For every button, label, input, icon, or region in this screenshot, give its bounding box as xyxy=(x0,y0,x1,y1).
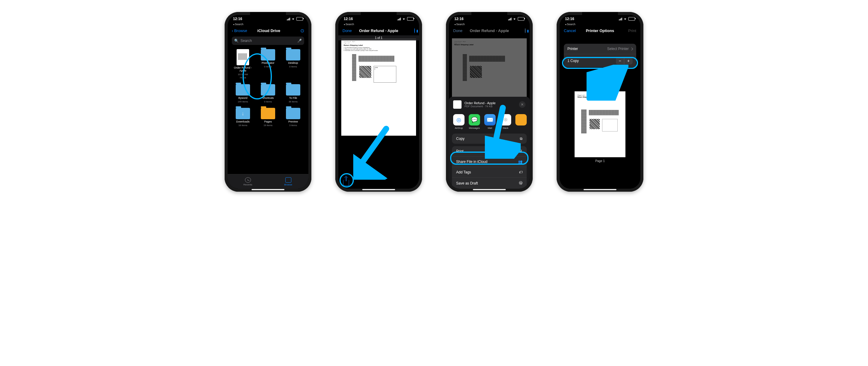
cell-signal-icon xyxy=(619,17,623,20)
printer-label: Printer xyxy=(567,47,578,51)
breadcrumb-back-to-search[interactable]: Search xyxy=(449,23,530,26)
file-grid: Order Refund - Apple 10:33 AM 74 KB Pixe… xyxy=(228,46,308,174)
sheet-title: Order Refund - Apple xyxy=(465,101,516,105)
notch xyxy=(250,12,286,19)
folder-pixelmator[interactable]: Pixelmator0 items xyxy=(257,49,279,79)
file-order-refund[interactable]: Order Refund - Apple 10:33 AM 74 KB xyxy=(232,49,254,79)
phone-1-files: 12:16 ᯤ Search ‹ Browse iCloud Drive ⊙ 🔍… xyxy=(225,12,311,192)
home-indicator[interactable] xyxy=(362,189,395,190)
folder-icon xyxy=(285,177,291,183)
document-thumbnail xyxy=(237,49,249,65)
tab-bar: Recents Browse xyxy=(228,174,308,189)
page-title: Printer Options xyxy=(586,28,614,33)
breadcrumb-back-to-search[interactable]: Search xyxy=(228,23,308,26)
page-title: iCloud Drive xyxy=(257,28,280,33)
clock: 12:16 xyxy=(344,17,353,21)
clock: 12:16 xyxy=(565,17,574,21)
folder-byword[interactable]: Byword145 items xyxy=(232,84,254,103)
cancel-button[interactable]: Cancel xyxy=(564,28,578,33)
battery-icon xyxy=(628,17,635,21)
nav-bar: ‹ Browse iCloud Drive ⊙ xyxy=(228,26,308,35)
folder-preview[interactable]: Preview3 items xyxy=(282,108,304,127)
airdrop-icon: ◎ xyxy=(453,114,465,125)
wifi-icon: ᯤ xyxy=(624,17,627,21)
print-button[interactable]: Print xyxy=(622,28,636,33)
action-add-tags[interactable]: Add Tags🏷 xyxy=(452,167,527,177)
breadcrumb-back-to-search[interactable]: Search xyxy=(560,23,640,26)
nav-bar: Cancel Printer Options Print xyxy=(560,26,640,35)
notch xyxy=(471,12,507,19)
share-airdrop[interactable]: ◎AirDrop xyxy=(453,114,465,130)
notch xyxy=(361,12,397,19)
annotation-arrow xyxy=(587,65,628,101)
battery-icon xyxy=(297,17,303,21)
page-number: Page 1 xyxy=(575,159,625,163)
folder-downloads[interactable]: Downloads18 items xyxy=(232,108,254,127)
annotation-arrow xyxy=(485,105,521,159)
breadcrumb-back-to-search[interactable]: Search xyxy=(338,23,419,26)
home-indicator[interactable] xyxy=(584,189,616,190)
phone-3-share-sheet: 12:16 ᯤ Search Done Order Refund - Apple… xyxy=(446,12,533,192)
printer-value: Select Printer xyxy=(607,47,629,51)
markup-button[interactable] xyxy=(512,28,526,33)
search-field[interactable]: 🔍 Search 🎤 xyxy=(232,36,304,45)
wifi-icon: ᯤ xyxy=(403,17,406,21)
svg-line-0 xyxy=(356,129,386,171)
messages-icon: 💬 xyxy=(469,114,480,125)
tab-recents[interactable]: Recents xyxy=(228,174,268,189)
share-button[interactable] xyxy=(343,180,349,186)
battery-icon xyxy=(518,17,524,21)
page-title: Order Refund - Apple xyxy=(470,28,509,33)
printer-settings: Printer Select Printer 1 Copy − + xyxy=(564,44,636,67)
barcode-vertical xyxy=(352,54,356,81)
document-thumbnail xyxy=(453,100,462,109)
search-icon: 🔍 xyxy=(234,39,239,43)
done-button[interactable]: Done xyxy=(453,28,467,33)
back-button[interactable]: ‹ Browse xyxy=(232,28,247,33)
copies-stepper[interactable]: − + xyxy=(616,57,632,64)
clock-icon xyxy=(245,177,251,183)
folder-to-file[interactable]: To File36 items xyxy=(282,84,304,103)
more-button[interactable]: ⊙ xyxy=(290,28,304,33)
barcode-horizontal xyxy=(359,56,395,62)
cell-signal-icon xyxy=(287,17,291,20)
pen-icon xyxy=(414,28,415,33)
phone-4-printer-options: 12:16 ᯤ Search Cancel Printer Options Pr… xyxy=(557,12,643,192)
battery-icon xyxy=(407,17,414,21)
wifi-icon: ᯤ xyxy=(292,17,295,21)
folder-desktop[interactable]: Desktop0 items xyxy=(282,49,304,79)
home-indicator[interactable] xyxy=(473,189,506,190)
copies-label: 1 Copy xyxy=(567,59,579,63)
share-messages[interactable]: 💬Messages xyxy=(469,114,480,130)
action-save-draft[interactable]: Save as DraftⓌ xyxy=(452,177,527,189)
qr-code xyxy=(359,66,371,78)
folder-pages[interactable]: Pages19 items xyxy=(257,108,279,127)
print-page-thumb: Page 1 of 1Return Shipping Label Page 1 xyxy=(575,91,625,157)
svg-line-1 xyxy=(494,108,503,150)
cell-signal-icon xyxy=(508,17,513,20)
tag-icon: 🏷 xyxy=(519,170,523,174)
clock: 12:16 xyxy=(454,17,464,21)
increment-button[interactable]: + xyxy=(624,57,632,64)
tab-browse[interactable]: Browse xyxy=(268,174,308,189)
svg-line-2 xyxy=(590,68,622,97)
search-placeholder: Search xyxy=(241,39,296,43)
home-indicator[interactable] xyxy=(252,189,284,190)
cell-signal-icon xyxy=(398,17,402,20)
pdf-page: Order Refund – ApplePage 1 of 1 Return S… xyxy=(341,38,416,136)
dictation-icon[interactable]: 🎤 xyxy=(297,39,302,43)
page-indicator: 1 of 1 xyxy=(338,35,419,40)
chevron-right-icon xyxy=(630,47,633,50)
printer-row[interactable]: Printer Select Printer xyxy=(564,44,636,54)
nav-bar: Done Order Refund - Apple xyxy=(338,26,419,35)
wordpress-icon: Ⓦ xyxy=(519,180,523,186)
page-title: Order Refund - Apple xyxy=(359,28,398,33)
clock: 12:16 xyxy=(233,17,242,21)
done-button[interactable]: Done xyxy=(342,28,356,33)
markup-button[interactable] xyxy=(401,28,415,33)
phone-2-preview: 12:16 ᯤ Search Done Order Refund - Apple… xyxy=(335,12,422,192)
nav-bar: Done Order Refund - Apple xyxy=(449,26,530,35)
folder-shortcuts[interactable]: Shortcuts0 items xyxy=(257,84,279,103)
annotation-arrow xyxy=(353,126,389,180)
decrement-button[interactable]: − xyxy=(616,57,624,64)
